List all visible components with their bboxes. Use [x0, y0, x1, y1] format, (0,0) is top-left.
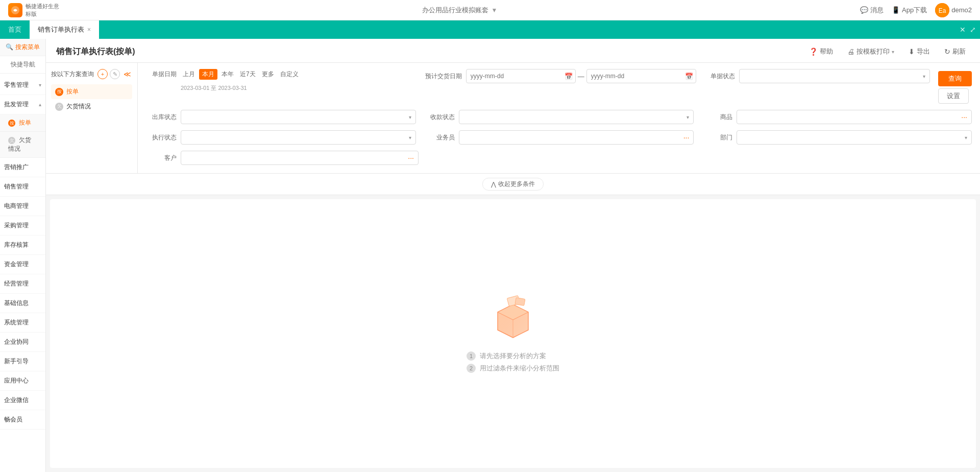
settings-button[interactable]: 设置: [938, 88, 969, 104]
empty-tip-2: 2 用过滤条件来缩小分析范围: [467, 364, 559, 373]
top-bar-left: 畅捷通好生意 标版: [8, 3, 59, 17]
out-stock-select[interactable]: ▾: [181, 110, 416, 124]
top-bar: 畅捷通好生意 标版 办公用品行业模拟账套 ▼ 💬 消息 📱 App下载 Ea d…: [0, 0, 980, 20]
scheme-edit-icon[interactable]: ✎: [110, 69, 120, 79]
scheme-button-icon: 按: [55, 88, 63, 96]
scheme-item-debt[interactable]: 欠 欠货情况: [51, 99, 132, 114]
newbie-label: 新手引导: [4, 357, 29, 366]
collapse-bar: ⋀ 收起更多条件: [46, 174, 980, 195]
salesman-dots-icon[interactable]: ···: [683, 133, 690, 141]
status-label: 单据状态: [704, 72, 735, 81]
add-label: +: [101, 71, 104, 77]
sidebar-item-ecom[interactable]: 电商管理: [0, 197, 45, 216]
message-button[interactable]: 💬 消息: [860, 6, 884, 15]
sidebar-item-system[interactable]: 系统管理: [0, 313, 45, 333]
user-menu[interactable]: Ea demo2: [935, 3, 972, 17]
sidebar-item-sales[interactable]: 销售管理: [0, 177, 45, 197]
customer-dots-icon[interactable]: ···: [408, 154, 414, 162]
sidebar-item-basic[interactable]: 基础信息: [0, 294, 45, 313]
sidebar-item-wechat[interactable]: 企业微信: [0, 391, 45, 410]
print-label: 按模板打印: [856, 47, 890, 56]
receive-select[interactable]: ▾: [459, 110, 694, 124]
refresh-button[interactable]: ↻ 刷新: [940, 45, 970, 58]
ecom-label: 电商管理: [4, 202, 29, 210]
sidebar-item-finance[interactable]: 资金管理: [0, 255, 45, 274]
expected-date-to-input[interactable]: [586, 69, 696, 83]
sidebar-item-stock[interactable]: 库存核算: [0, 235, 45, 255]
sidebar-item-marketing[interactable]: 营销推广: [0, 158, 45, 177]
sidebar-subitem-button[interactable]: 按 按单: [0, 114, 45, 132]
tab-close-icon[interactable]: ×: [87, 27, 91, 33]
out-stock-arrow-icon: ▾: [409, 114, 411, 120]
expected-date-from-input[interactable]: [466, 69, 576, 83]
query-button[interactable]: 查询: [938, 71, 972, 86]
filter-schemes-panel: 按以下方案查询 + ✎ ≪ 按 按单: [46, 63, 138, 173]
tip-text-1: 请先选择要分析的方案: [480, 351, 546, 361]
print-button[interactable]: 🖨 按模板打印 ▾: [843, 45, 898, 58]
date-tab-more[interactable]: 更多: [260, 69, 276, 80]
goods-dots-icon[interactable]: ···: [961, 113, 967, 121]
status-field-group: 单据状态 ▾: [704, 69, 930, 83]
search-label: 搜索菜单: [15, 43, 40, 51]
app-icon: 📱: [892, 6, 900, 14]
sidebar-item-retail[interactable]: 零售管理 ▾: [0, 76, 45, 95]
sidebar-item-corp[interactable]: 企业协同: [0, 333, 45, 352]
date-tab-custom[interactable]: 自定义: [278, 69, 301, 80]
goods-select[interactable]: ···: [737, 110, 972, 124]
wechat-label: 企业微信: [4, 396, 29, 405]
dept-select[interactable]: ▾: [737, 130, 972, 145]
scheme-add-icon[interactable]: +: [97, 69, 108, 79]
settings-label: 设置: [947, 91, 960, 101]
corp-label: 企业协同: [4, 338, 29, 346]
print-icon: 🖨: [847, 48, 854, 56]
avatar: Ea: [935, 3, 949, 17]
scheme-item-button[interactable]: 按 按单: [51, 84, 132, 99]
status-arrow-icon: ▾: [923, 74, 925, 79]
sidebar-item-apps[interactable]: 应用中心: [0, 371, 45, 391]
export-button[interactable]: ⬇ 导出: [904, 45, 934, 58]
customer-field-group: 客户 ···: [146, 151, 419, 165]
username-label: demo2: [951, 6, 972, 14]
tab-sales-order[interactable]: 销售订单执行表 ×: [30, 20, 99, 39]
tab-sales-label: 销售订单执行表: [38, 25, 84, 34]
sidebar-search[interactable]: 🔍 搜索菜单: [0, 39, 45, 56]
retail-label: 零售管理: [4, 81, 29, 89]
filter-panel: 按以下方案查询 + ✎ ≪ 按 按单: [46, 63, 980, 174]
sidebar-item-biz[interactable]: 经营管理: [0, 274, 45, 294]
print-dropdown-icon[interactable]: ▾: [892, 49, 894, 55]
date-tab-last-month[interactable]: 上月: [181, 69, 197, 80]
tip-num-2: 2: [467, 364, 476, 373]
window-close-icon[interactable]: ✕: [960, 26, 966, 34]
sidebar-item-wholesale[interactable]: 批发管理 ▴: [0, 95, 45, 114]
sidebar-quick-nav[interactable]: 快捷导航: [0, 56, 45, 74]
help-button[interactable]: ❓ 帮助: [805, 45, 837, 58]
breadcrumb-arrow-icon[interactable]: ▼: [492, 7, 498, 14]
salesman-select[interactable]: ···: [459, 130, 694, 145]
retail-arrow-icon: ▾: [39, 82, 41, 88]
date-tab-this-month[interactable]: 本月: [199, 69, 217, 80]
message-label: 消息: [870, 6, 884, 15]
status-select[interactable]: ▾: [739, 69, 930, 83]
expected-date-field-group: 预计交货日期 📅 — 📅: [425, 69, 696, 83]
sidebar-item-member[interactable]: 畅会员: [0, 410, 45, 430]
main-layout: 🔍 搜索菜单 快捷导航 零售管理 ▾ 批发管理 ▴ 按 按单 欠: [0, 39, 980, 472]
collapse-more-button[interactable]: ⋀ 收起更多条件: [482, 178, 544, 191]
tab-home[interactable]: 首页: [0, 20, 30, 39]
exec-status-select[interactable]: ▾: [181, 130, 416, 145]
sidebar-subitem-debt[interactable]: 欠 欠货情况: [0, 132, 45, 158]
sidebar-item-newbie[interactable]: 新手引导: [0, 352, 45, 371]
date-tab-this-year[interactable]: 本年: [219, 69, 236, 80]
customer-select[interactable]: ···: [181, 151, 419, 165]
salesman-label: 业务员: [424, 133, 455, 142]
scheme-debt-icon: 欠: [55, 103, 63, 111]
date-tab-7days[interactable]: 近7天: [238, 69, 258, 80]
sidebar-item-purchase[interactable]: 采购管理: [0, 216, 45, 235]
window-maximize-icon[interactable]: ⤢: [970, 26, 976, 34]
member-label: 畅会员: [4, 415, 22, 424]
customer-label: 客户: [146, 154, 177, 162]
scheme-collapse-icon[interactable]: ≪: [122, 69, 132, 79]
app-download-button[interactable]: 📱 App下载: [892, 6, 927, 15]
goods-label: 商品: [702, 113, 732, 122]
refresh-icon: ↻: [944, 48, 950, 56]
tab-bar-right: ✕ ⤢: [960, 20, 980, 39]
